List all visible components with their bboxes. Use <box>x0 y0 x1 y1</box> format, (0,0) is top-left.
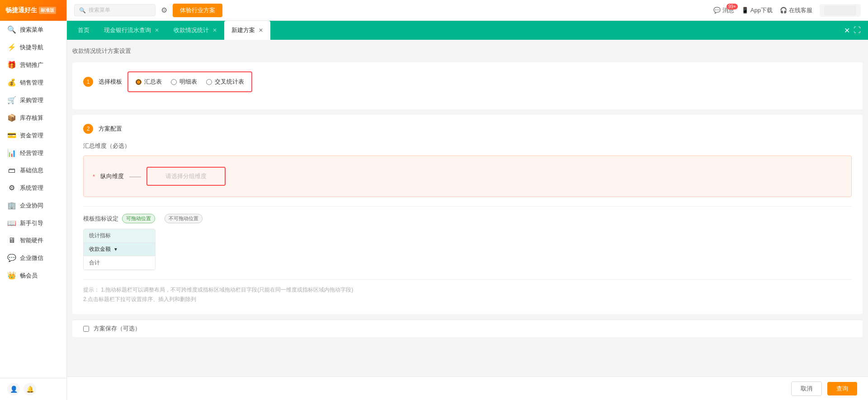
radio-detail-input[interactable] <box>171 79 177 85</box>
sidebar-item-purchase[interactable]: 🛒 采购管理 <box>0 91 66 109</box>
sidebar-item-sales[interactable]: 💰 销售管理 <box>0 74 66 91</box>
trial-button[interactable]: 体验行业方案 <box>173 4 222 17</box>
sidebar-label-inventory: 库存核算 <box>20 114 43 122</box>
marketing-icon: 🎁 <box>7 61 16 69</box>
sidebar-label-system: 系统管理 <box>20 184 43 192</box>
search-icon: 🔍 <box>79 7 86 14</box>
dimension-label: 纵向维度 <box>100 172 124 180</box>
sidebar-item-hardware[interactable]: 🖥 智能硬件 <box>0 232 66 249</box>
step1-number: 1 <box>83 77 93 87</box>
save-row: 方案保存（可选） <box>72 320 863 337</box>
maximize-icon[interactable]: ⛶ <box>854 26 861 34</box>
sidebar-item-inventory[interactable]: 📦 库存核算 <box>0 109 66 127</box>
radio-summary[interactable]: 汇总表 <box>136 78 162 86</box>
step1-header: 1 选择模板 汇总表 明细表 交叉统计表 <box>83 71 852 92</box>
sidebar-bottom: 👤 🔔 <box>0 378 66 400</box>
search-icon: 🔍 <box>7 25 16 34</box>
sales-icon: 💰 <box>7 78 16 87</box>
sidebar-item-quick-nav[interactable]: ⚡ 快捷导航 <box>0 38 66 56</box>
radio-detail-label: 明细表 <box>179 78 197 86</box>
tab-close-bank[interactable]: ✕ <box>155 27 159 33</box>
dimension-select[interactable]: 请选择分组维度 <box>146 167 226 186</box>
tip1: 提示： 1.拖动标题栏可以调整布局，不可跨维度或指标区域拖动栏目字段(只能在同一… <box>83 286 852 294</box>
tip2: 2.点击标题栏下拉可设置排序、插入列和删除列 <box>83 296 852 303</box>
sidebar-bottom-icon1[interactable]: 👤 <box>7 383 20 395</box>
radio-detail[interactable]: 明细表 <box>171 78 197 86</box>
sidebar-item-wechat[interactable]: 💬 企业微信 <box>0 249 66 267</box>
indicator-table: 统计指标 收款金额 ▼ 合计 <box>83 229 156 270</box>
wechat-icon: 💬 <box>7 254 16 262</box>
sidebar-item-marketing[interactable]: 🎁 营销推广 <box>0 56 66 74</box>
radio-group: 汇总表 明细表 交叉统计表 <box>136 78 244 86</box>
service-icon: 🎧 <box>780 7 787 14</box>
tab-receipt[interactable]: 收款情况统计✕ <box>166 21 224 40</box>
tab-label-home: 首页 <box>78 26 90 34</box>
main-area: 🔍 搜索菜单 ⚙ 体验行业方案 💬 消息 99+ 📱 App下载 🎧 在线客服 <box>67 0 868 400</box>
sidebar-label-search: 搜索菜单 <box>20 26 43 34</box>
indicator-title-row: 模板指标设定 可拖动位置 不可拖动位置 <box>83 214 852 223</box>
step2-card: 2 方案配置 汇总维度（必选） * 纵向维度 —— 请选择分组维度 模板指标设定… <box>72 115 863 314</box>
radio-cross[interactable]: 交叉统计表 <box>206 78 244 86</box>
close-window-icon[interactable]: ✕ <box>844 26 850 35</box>
topbar: 🔍 搜索菜单 ⚙ 体验行业方案 💬 消息 99+ 📱 App下载 🎧 在线客服 <box>67 0 868 21</box>
save-checkbox[interactable] <box>83 326 89 332</box>
search-box[interactable]: 🔍 搜索菜单 <box>74 4 156 16</box>
arrow-separator: —— <box>129 173 141 180</box>
tab-close-receipt[interactable]: ✕ <box>212 27 217 33</box>
user-name <box>824 5 856 15</box>
notification-item[interactable]: 💬 消息 99+ <box>713 6 734 14</box>
cancel-button[interactable]: 取消 <box>791 381 822 396</box>
sidebar-label-member: 畅会员 <box>20 272 38 280</box>
download-icon: 📱 <box>741 7 749 14</box>
quick-nav-icon: ⚡ <box>7 43 16 52</box>
tab-label-bank: 现金银行流水查询 <box>104 26 151 34</box>
guide-icon: 📖 <box>7 219 16 227</box>
sidebar-item-member[interactable]: 👑 畅会员 <box>0 267 66 284</box>
tips-section: 提示： 1.拖动标题栏可以调整布局，不可跨维度或指标区域拖动栏目字段(只能在同一… <box>83 279 852 303</box>
member-icon: 👑 <box>7 271 16 280</box>
service-label: 在线客服 <box>789 6 812 14</box>
col-arrow-icon: ▼ <box>113 247 118 252</box>
sidebar-label-base: 基础信息 <box>20 166 43 174</box>
sidebar-item-ops[interactable]: 📊 经营管理 <box>0 144 66 162</box>
settings-icon[interactable]: ⚙ <box>161 6 167 14</box>
user-info[interactable] <box>820 4 861 17</box>
sidebar-item-base[interactable]: 🗃 基础信息 <box>0 162 66 179</box>
sidebar-item-finance[interactable]: 💳 资金管理 <box>0 127 66 144</box>
tab-close-new-plan[interactable]: ✕ <box>259 27 263 33</box>
non-draggable-tag: 不可拖动位置 <box>165 214 203 223</box>
sidebar-item-guide[interactable]: 📖 新手引导 <box>0 214 66 232</box>
sidebar-bottom-icon2[interactable]: 🔔 <box>24 383 36 395</box>
service-item[interactable]: 🎧 在线客服 <box>780 6 812 14</box>
tabbar: 首页现金银行流水查询✕收款情况统计✕新建方案✕ ✕ ⛶ <box>67 21 868 40</box>
finance-icon: 💳 <box>7 131 16 140</box>
save-label: 方案保存（可选） <box>94 325 141 333</box>
step1-card: 1 选择模板 汇总表 明细表 交叉统计表 <box>72 62 863 109</box>
tab-new-plan[interactable]: 新建方案✕ <box>224 21 270 40</box>
download-item[interactable]: 📱 App下载 <box>741 6 773 14</box>
topbar-right: 💬 消息 99+ 📱 App下载 🎧 在线客服 <box>713 4 861 17</box>
sidebar-item-coop[interactable]: 🏢 企业协同 <box>0 197 66 214</box>
sidebar-label-guide: 新手引导 <box>20 219 43 227</box>
query-button[interactable]: 查询 <box>827 382 857 395</box>
sidebar-label-coop: 企业协同 <box>20 202 43 210</box>
indicator-col-header[interactable]: 收款金额 ▼ <box>84 243 155 256</box>
coop-icon: 🏢 <box>7 201 16 210</box>
radio-cross-label: 交叉统计表 <box>215 78 244 86</box>
tab-label-receipt: 收款情况统计 <box>174 26 209 34</box>
hint-separator <box>157 215 163 223</box>
dimension-title: 汇总维度（必选） <box>83 142 852 150</box>
sidebar-label-finance: 资金管理 <box>20 132 43 140</box>
radio-summary-input[interactable] <box>136 79 142 85</box>
base-icon: 🗃 <box>7 166 16 174</box>
system-icon: ⚙ <box>7 184 16 192</box>
sidebar-item-system[interactable]: ⚙ 系统管理 <box>0 179 66 197</box>
radio-cross-input[interactable] <box>206 79 212 85</box>
sidebar-item-search[interactable]: 🔍 搜索菜单 <box>0 21 66 38</box>
sidebar-logo: 畅捷通好生 标准版 <box>0 0 66 21</box>
tab-bank[interactable]: 现金银行流水查询✕ <box>97 21 166 40</box>
inventory-icon: 📦 <box>7 113 16 122</box>
sidebar-label-sales: 销售管理 <box>20 79 43 87</box>
tab-home[interactable]: 首页 <box>71 21 97 40</box>
col-label: 收款金额 <box>89 245 111 253</box>
